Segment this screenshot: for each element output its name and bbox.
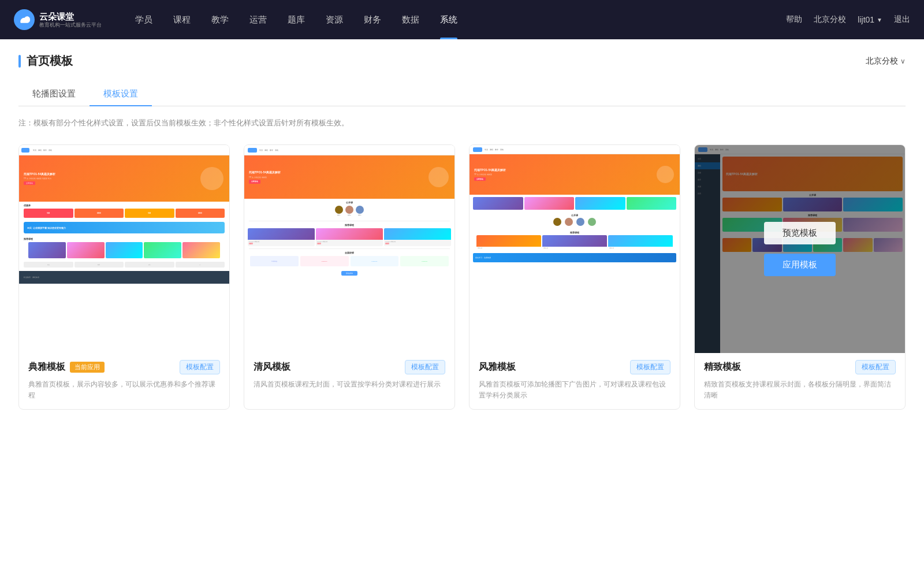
- nav-resources[interactable]: 资源: [315, 0, 353, 39]
- note-text: 注：模板有部分个性化样式设置，设置后仅当前模板生效；非个性化样式设置后针对所有模…: [18, 118, 906, 128]
- mock-site-2: 学员课程教学系统 托福TPO1-54真题及解析 TP·头 口·综合性·成就某 立…: [244, 145, 454, 353]
- template-footer-2: 清风模板 模板配置 清风首页模板课程无封面，可设置按学科分类对课程进行展示: [244, 353, 454, 398]
- branch-link[interactable]: 北京分校: [814, 14, 846, 25]
- nav-data[interactable]: 数据: [392, 0, 430, 39]
- nav-finance[interactable]: 财务: [353, 0, 392, 39]
- template-name-row-3: 风雅模板 模板配置: [479, 360, 670, 374]
- page-content: 首页模板 北京分校 ∨ 轮播图设置 模板设置 注：模板有部分个性化样式设置，设置…: [0, 39, 924, 572]
- template-footer-1: 典雅模板 当前应用 模板配置 典雅首页模板，展示内容较多，可以展示优惠券和多个推…: [19, 353, 229, 409]
- template-card-4: 学员课程教学系统 首页 课程 直播 题库 资源 设置: [694, 144, 906, 410]
- page-title-bar: [18, 55, 21, 68]
- main-nav: 学员 课程 教学 运营 题库 资源 财务 数据 系统: [125, 0, 786, 39]
- branch-selector[interactable]: 北京分校 ∨: [866, 56, 906, 66]
- badge-config-2[interactable]: 模板配置: [405, 360, 445, 374]
- overlay-preview-btn[interactable]: 预览模板: [764, 222, 836, 244]
- username-label: lijt01: [858, 15, 874, 24]
- template-name-4: 精致模板: [704, 361, 741, 373]
- tab-carousel[interactable]: 轮播图设置: [18, 83, 90, 106]
- nav-students[interactable]: 学员: [125, 0, 163, 39]
- chevron-down-icon: ∨: [900, 57, 906, 65]
- nav-system[interactable]: 系统: [430, 0, 468, 39]
- template-footer-3: 风雅模板 模板配置 风雅首页模板可添加轮播图下广告图片，可对课程及课程包设置学科…: [470, 353, 680, 409]
- templates-grid: 学员 课程 教学 系统 托福TPO1-54真题及解析 TP·头 口·综合性·成就…: [18, 144, 906, 410]
- navbar: 云朵课堂 教育机构一站式服务云平台 学员 课程 教学 运营 题库 资源 财务 数…: [0, 0, 924, 39]
- badge-current-1: 当前应用: [70, 362, 105, 373]
- overlay-apply-btn[interactable]: 应用模板: [764, 254, 836, 276]
- template-desc-2: 清风首页模板课程无封面，可设置按学科分类对课程进行展示: [254, 379, 445, 390]
- template-desc-3: 风雅首页模板可添加轮播图下广告图片，可对课程及课程包设置学科分类展示: [479, 379, 670, 401]
- template-name-row-2: 清风模板 模板配置: [254, 360, 445, 374]
- branch-label: 北京分校: [866, 56, 898, 66]
- logo-text: 云朵课堂 教育机构一站式服务云平台: [39, 12, 102, 28]
- app-logo[interactable]: 云朵课堂 教育机构一站式服务云平台: [14, 9, 102, 30]
- badge-config-4[interactable]: 模板配置: [855, 360, 896, 374]
- template-name-1: 典雅模板: [28, 361, 65, 373]
- template-preview-3[interactable]: 学员课程教学系统 托福TPO1-54真题及解析 TP·头 口·综合性·成就某 立…: [470, 145, 680, 353]
- template-preview-4[interactable]: 学员课程教学系统 首页 课程 直播 题库 资源 设置: [695, 145, 905, 353]
- tabs-wrapper: 轮播图设置 模板设置: [18, 83, 906, 106]
- template-preview-1[interactable]: 学员 课程 教学 系统 托福TPO1-54真题及解析 TP·头 口·综合性·成就…: [19, 145, 229, 353]
- mock-site-1: 学员 课程 教学 系统 托福TPO1-54真题及解析 TP·头 口·综合性·成就…: [19, 145, 229, 353]
- template-desc-4: 精致首页模板支持课程展示封面，各模板分隔明显，界面简洁清晰: [704, 379, 896, 401]
- template-name-3: 风雅模板: [479, 361, 516, 373]
- template-footer-4: 精致模板 模板配置 精致首页模板支持课程展示封面，各模板分隔明显，界面简洁清晰: [695, 353, 905, 409]
- template-desc-1: 典雅首页模板，展示内容较多，可以展示优惠券和多个推荐课程: [28, 379, 220, 401]
- nav-question-bank[interactable]: 题库: [277, 0, 315, 39]
- template-preview-2[interactable]: 学员课程教学系统 托福TPO1-54真题及解析 TP·头 口·综合性·成就某 立…: [244, 145, 454, 353]
- logout-link[interactable]: 退出: [894, 14, 910, 25]
- nav-teaching[interactable]: 教学: [201, 0, 239, 39]
- logo-icon: [14, 9, 35, 30]
- template-card-2: 学员课程教学系统 托福TPO1-54真题及解析 TP·头 口·综合性·成就某 立…: [244, 144, 455, 410]
- help-link[interactable]: 帮助: [786, 14, 802, 25]
- nav-courses[interactable]: 课程: [163, 0, 201, 39]
- badge-config-3[interactable]: 模板配置: [630, 360, 670, 374]
- template-name-row-1: 典雅模板 当前应用 模板配置: [28, 360, 220, 374]
- user-dropdown[interactable]: lijt01 ▼: [858, 15, 882, 24]
- page-title: 首页模板: [27, 53, 73, 69]
- template-overlay-4: 预览模板 应用模板: [695, 145, 905, 353]
- template-name-2: 清风模板: [254, 361, 290, 373]
- nav-operations[interactable]: 运营: [239, 0, 277, 39]
- navbar-right: 帮助 北京分校 lijt01 ▼ 退出: [786, 14, 910, 25]
- template-card-1: 学员 课程 教学 系统 托福TPO1-54真题及解析 TP·头 口·综合性·成就…: [18, 144, 230, 410]
- badge-config-1[interactable]: 模板配置: [180, 360, 220, 374]
- mock-site-3: 学员课程教学系统 托福TPO1-54真题及解析 TP·头 口·综合性·成就某 立…: [470, 145, 680, 353]
- page-title-wrapper: 首页模板: [18, 53, 73, 69]
- template-card-3: 学员课程教学系统 托福TPO1-54真题及解析 TP·头 口·综合性·成就某 立…: [469, 144, 680, 410]
- dropdown-arrow-icon: ▼: [877, 17, 882, 23]
- template-name-row-4: 精致模板 模板配置: [704, 360, 896, 374]
- page-header: 首页模板 北京分校 ∨: [18, 53, 906, 69]
- tab-template[interactable]: 模板设置: [90, 83, 152, 106]
